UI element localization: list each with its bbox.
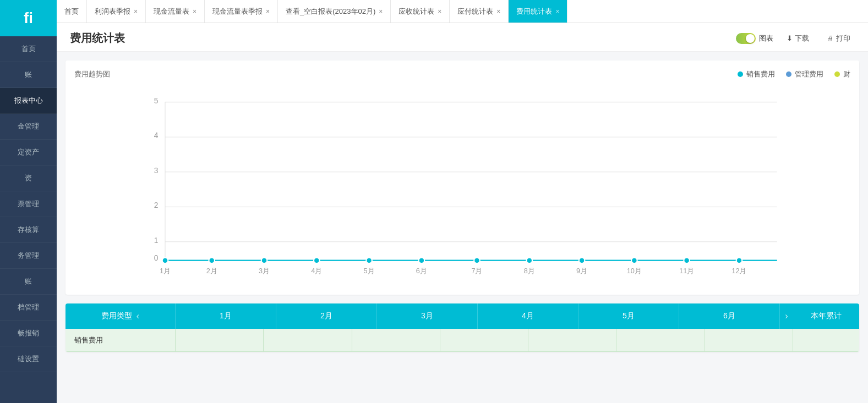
page-title: 费用统计表 bbox=[70, 31, 125, 46]
svg-text:8月: 8月 bbox=[524, 267, 535, 275]
close-icon[interactable]: × bbox=[193, 8, 196, 15]
legend-label-finance: 财 bbox=[843, 69, 850, 79]
col-type-header: 费用类型 ‹ bbox=[65, 303, 176, 329]
tab-profit-quarterly[interactable]: 利润表季报 × bbox=[87, 0, 146, 23]
sidebar-item-home[interactable]: 首页 bbox=[0, 36, 57, 62]
row-val-6 bbox=[616, 329, 705, 351]
sidebar-item-service-mgmt[interactable]: 务管理 bbox=[0, 243, 57, 269]
svg-text:9月: 9月 bbox=[576, 267, 587, 275]
tab-blank-report[interactable]: 查看_空白报表(2023年02月) × bbox=[278, 0, 391, 23]
sidebar-item-base-settings[interactable]: 础设置 bbox=[0, 346, 57, 372]
col-total-header: 本年累计 bbox=[793, 303, 859, 329]
svg-point-17 bbox=[366, 257, 372, 263]
row-val-2 bbox=[264, 329, 352, 351]
col-month-3: 3月 bbox=[377, 303, 478, 329]
svg-text:6月: 6月 bbox=[416, 267, 427, 275]
tab-bar: 首页 利润表季报 × 现金流量表 × 现金流量表季报 × 查看_空白报表(202… bbox=[57, 0, 868, 23]
print-button[interactable]: 🖨 打印 bbox=[822, 31, 855, 46]
tab-home[interactable]: 首页 bbox=[57, 0, 87, 23]
page-header: 费用统计表 图表 ⬇ 下载 🖨 打印 bbox=[57, 23, 868, 52]
sidebar-item-inventory[interactable]: 存核算 bbox=[0, 217, 57, 243]
col-month-2: 2月 bbox=[276, 303, 377, 329]
close-icon[interactable]: × bbox=[438, 8, 441, 15]
legend-dot-sales bbox=[738, 71, 743, 77]
svg-text:12月: 12月 bbox=[731, 267, 746, 275]
table-section: 费用类型 ‹ 1月 2月 3月 4月 5月 6月 › 本年累计 销售费用 bbox=[65, 303, 859, 352]
tab-cashflow[interactable]: 现金流量表 × bbox=[146, 0, 205, 23]
download-button[interactable]: ⬇ 下载 bbox=[782, 31, 814, 46]
svg-point-21 bbox=[579, 257, 585, 263]
download-icon: ⬇ bbox=[787, 34, 793, 42]
col-month-5: 5月 bbox=[578, 303, 679, 329]
chart-container: 5 4 3 2 1 0 bbox=[74, 86, 850, 286]
legend-dot-finance bbox=[834, 71, 840, 77]
row-val-1 bbox=[176, 329, 264, 351]
nav-next-button[interactable]: › bbox=[780, 311, 793, 321]
legend-admin: 管理费用 bbox=[786, 69, 823, 79]
svg-text:2: 2 bbox=[154, 201, 159, 209]
download-label: 下载 bbox=[795, 34, 809, 43]
svg-text:5月: 5月 bbox=[364, 267, 375, 275]
tab-payable[interactable]: 应付统计表 × bbox=[450, 0, 509, 23]
sidebar-item-invoice-mgmt[interactable]: 票管理 bbox=[0, 191, 57, 217]
svg-text:11月: 11月 bbox=[679, 267, 694, 275]
col-month-4: 4月 bbox=[478, 303, 578, 329]
svg-point-20 bbox=[526, 257, 532, 263]
close-icon[interactable]: × bbox=[134, 8, 138, 15]
legend-label-sales: 销售费用 bbox=[746, 69, 775, 79]
svg-text:3月: 3月 bbox=[259, 267, 270, 275]
sidebar-item-expense-claim[interactable]: 畅报销 bbox=[0, 321, 57, 346]
svg-point-14 bbox=[209, 257, 215, 263]
col-month-1: 1月 bbox=[176, 303, 276, 329]
sidebar-item-fixed-assets[interactable]: 定资产 bbox=[0, 140, 57, 165]
sidebar-item-archive-mgmt[interactable]: 档管理 bbox=[0, 295, 57, 321]
chart-legend: 销售费用 管理费用 财 bbox=[738, 69, 850, 79]
svg-text:1: 1 bbox=[154, 236, 159, 245]
print-label: 打印 bbox=[836, 34, 850, 43]
legend-finance: 财 bbox=[834, 69, 850, 79]
svg-text:7月: 7月 bbox=[471, 267, 482, 275]
svg-text:4月: 4月 bbox=[311, 267, 322, 275]
svg-point-13 bbox=[162, 257, 168, 263]
sidebar-item-account[interactable]: 账 bbox=[0, 62, 57, 88]
close-icon[interactable]: × bbox=[496, 8, 500, 15]
sidebar-item-cash-mgmt[interactable]: 金管理 bbox=[0, 114, 57, 140]
sidebar-logo: fi bbox=[0, 0, 57, 36]
chart-title: 费用趋势图 bbox=[74, 69, 110, 79]
row-total bbox=[793, 329, 859, 351]
nav-prev-button[interactable]: ‹ bbox=[137, 311, 139, 321]
chart-section: 费用趋势图 销售费用 管理费用 财 bbox=[65, 60, 859, 295]
sidebar-item-ledger[interactable]: 账 bbox=[0, 269, 57, 295]
svg-point-19 bbox=[474, 257, 480, 263]
svg-point-24 bbox=[736, 257, 743, 263]
tab-cashflow-quarterly[interactable]: 现金流量表季报 × bbox=[205, 0, 278, 23]
trend-chart: 5 4 3 2 1 0 bbox=[74, 86, 850, 284]
print-icon: 🖨 bbox=[827, 34, 834, 42]
row-spacer bbox=[705, 329, 793, 351]
row-val-4 bbox=[440, 329, 528, 351]
row-val-3 bbox=[352, 329, 440, 351]
chart-toggle-wrap: 图表 bbox=[736, 33, 773, 44]
tab-receivable[interactable]: 应收统计表 × bbox=[391, 0, 450, 23]
svg-text:4: 4 bbox=[154, 131, 159, 140]
chart-header: 费用趋势图 销售费用 管理费用 财 bbox=[74, 69, 850, 79]
legend-dot-admin bbox=[786, 71, 791, 77]
svg-text:10月: 10月 bbox=[627, 267, 642, 275]
close-icon[interactable]: × bbox=[379, 8, 383, 15]
table-row: 销售费用 bbox=[65, 329, 859, 352]
svg-text:5: 5 bbox=[154, 97, 159, 105]
svg-text:2月: 2月 bbox=[206, 267, 217, 275]
page-content: 费用统计表 图表 ⬇ 下载 🖨 打印 费用趋势图 bbox=[57, 23, 868, 403]
chart-toggle[interactable] bbox=[736, 33, 756, 44]
tab-expense-stats[interactable]: 费用统计表 × bbox=[509, 0, 567, 23]
sidebar: fi 首页 账 报表中心 金管理 定资产 资 票管理 存核算 务管理 账 档管理… bbox=[0, 0, 57, 403]
close-icon[interactable]: × bbox=[266, 8, 270, 15]
sidebar-item-report-center[interactable]: 报表中心 bbox=[0, 88, 57, 114]
svg-point-22 bbox=[631, 257, 637, 263]
sidebar-item-capital[interactable]: 资 bbox=[0, 165, 57, 191]
col-month-6: 6月 bbox=[679, 303, 780, 329]
svg-point-23 bbox=[684, 257, 690, 263]
main-area: 首页 利润表季报 × 现金流量表 × 现金流量表季报 × 查看_空白报表(202… bbox=[57, 0, 868, 403]
svg-point-18 bbox=[419, 257, 425, 263]
close-icon[interactable]: × bbox=[555, 8, 559, 15]
